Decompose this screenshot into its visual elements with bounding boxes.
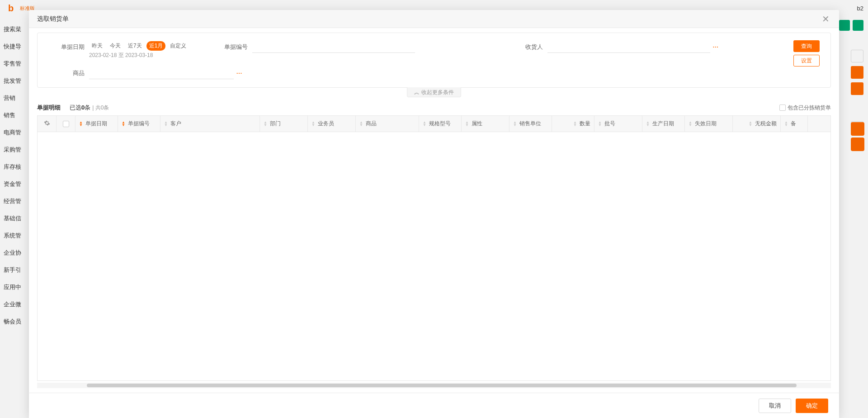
bill-date-group: 单据日期 昨天今天近7天近1月自定义 2023-02-18 至 2023-03-… [48, 41, 189, 59]
product-group: 商品 ··· [48, 67, 242, 79]
sort-icon[interactable]: ▲▼ [646, 121, 650, 127]
modal-header: 选取销货单 ✕ [29, 10, 839, 28]
sort-icon[interactable]: ▲▼ [311, 121, 315, 127]
collapse-toggle[interactable]: ︽收起更多条件 [407, 87, 461, 97]
modal-body: 单据日期 昨天今天近7天近1月自定义 2023-02-18 至 2023-03-… [29, 28, 839, 393]
modal-title: 选取销货单 [37, 15, 69, 23]
column-attr[interactable]: ▲▼属性 [462, 116, 509, 132]
confirm-button[interactable]: 确定 [796, 399, 828, 413]
column-label: 数量 [580, 120, 590, 128]
search-panel: 单据日期 昨天今天近7天近1月自定义 2023-02-18 至 2023-03-… [37, 33, 831, 88]
column-label: 业务员 [318, 120, 334, 128]
query-button[interactable]: 查询 [793, 40, 820, 52]
column-unit[interactable]: ▲▼销售单位 [509, 116, 552, 132]
column-dept[interactable]: ▲▼部门 [260, 116, 308, 132]
column-check[interactable] [57, 116, 75, 132]
checkbox-icon [779, 104, 786, 111]
column-label: 备 [791, 120, 796, 128]
column-label: 销售单位 [519, 120, 541, 128]
gear-icon[interactable] [44, 120, 50, 128]
sort-icon[interactable]: ▲▼ [79, 121, 83, 127]
sort-icon[interactable]: ▲▼ [423, 121, 426, 127]
column-mfg[interactable]: ▲▼生产日期 [642, 116, 685, 132]
column-exp[interactable]: ▲▼失效日期 [685, 116, 733, 132]
column-product[interactable]: ▲▼商品 [356, 116, 419, 132]
sort-icon[interactable]: ▲▼ [164, 121, 168, 127]
selected-count: 已选0条 [70, 104, 90, 112]
column-spec[interactable]: ▲▼规格型号 [419, 116, 462, 132]
column-label: 批号 [604, 120, 615, 128]
column-label: 失效日期 [695, 120, 717, 128]
sort-icon[interactable]: ▲▼ [784, 121, 788, 127]
select-sales-order-modal: 选取销货单 ✕ 单据日期 昨天今天近7天近1月自定义 2023-02-18 至 … [29, 10, 839, 418]
column-remark[interactable]: ▲▼备 [781, 116, 808, 132]
column-label: 客户 [170, 120, 181, 128]
total-count: | 共0条 [92, 104, 109, 112]
sort-icon[interactable]: ▲▼ [689, 121, 692, 127]
sort-icon[interactable]: ▲▼ [122, 121, 125, 127]
date-option-0[interactable]: 昨天 [89, 41, 105, 51]
column-qty[interactable]: ▲▼数量 [552, 116, 594, 132]
bill-date-label: 单据日期 [48, 41, 89, 53]
modal-footer: 取消 确定 [29, 393, 839, 418]
column-label: 属性 [472, 120, 482, 128]
date-option-4[interactable]: 自定义 [167, 41, 189, 51]
sort-icon[interactable]: ▲▼ [359, 121, 363, 127]
bill-no-input[interactable] [252, 41, 415, 53]
column-customer[interactable]: ▲▼客户 [160, 116, 260, 132]
date-range-display: 2023-02-18 至 2023-03-18 [89, 52, 189, 59]
column-settings[interactable] [38, 116, 57, 132]
sort-icon[interactable]: ▲▼ [465, 121, 469, 127]
receiver-label: 收货人 [507, 41, 547, 53]
select-all-checkbox[interactable] [63, 121, 69, 127]
column-billdate[interactable]: ▲▼单据日期 [75, 116, 118, 132]
date-option-3[interactable]: 近1月 [146, 41, 166, 51]
table-body [38, 132, 831, 380]
table-header: ▲▼单据日期▲▼单据编号▲▼客户▲▼部门▲▼业务员▲▼商品▲▼规格型号▲▼属性▲… [38, 116, 831, 132]
include-sorted-label: 包含已分拣销货单 [788, 104, 831, 112]
date-quick-options: 昨天今天近7天近1月自定义 [89, 41, 189, 51]
chevron-up-icon: ︽ [414, 89, 420, 95]
column-sales[interactable]: ▲▼业务员 [308, 116, 356, 132]
column-label: 部门 [270, 120, 281, 128]
settings-button[interactable]: 设置 [793, 55, 820, 66]
info-row: 单据明细 已选0条 | 共0条 包含已分拣销货单 [37, 104, 831, 112]
column-amount[interactable]: ▲▼无税金额 [733, 116, 781, 132]
bill-no-group: 单据编号 [212, 41, 484, 53]
column-label: 生产日期 [652, 120, 674, 128]
date-option-1[interactable]: 今天 [107, 41, 123, 51]
receiver-input[interactable] [547, 41, 710, 53]
receiver-group: 收货人 ··· [507, 41, 779, 53]
sort-icon[interactable]: ▲▼ [749, 121, 752, 127]
date-option-2[interactable]: 近7天 [125, 41, 145, 51]
column-batch[interactable]: ▲▼批号 [594, 116, 642, 132]
receiver-more-icon[interactable]: ··· [713, 44, 719, 50]
close-icon[interactable]: ✕ [820, 14, 831, 24]
column-billno[interactable]: ▲▼单据编号 [118, 116, 160, 132]
sort-icon[interactable]: ▲▼ [598, 121, 602, 127]
cancel-button[interactable]: 取消 [759, 399, 791, 413]
column-label: 单据编号 [128, 120, 150, 128]
bill-no-label: 单据编号 [212, 41, 252, 53]
scrollbar-thumb[interactable] [87, 384, 797, 387]
collapse-label: 收起更多条件 [421, 89, 454, 95]
column-label: 商品 [366, 120, 377, 128]
product-more-icon[interactable]: ··· [236, 70, 242, 76]
include-sorted-checkbox[interactable]: 包含已分拣销货单 [779, 104, 831, 112]
sort-icon[interactable]: ▲▼ [264, 121, 267, 127]
column-label: 单据日期 [85, 120, 107, 128]
table-wrap: ▲▼单据日期▲▼单据编号▲▼客户▲▼部门▲▼业务员▲▼商品▲▼规格型号▲▼属性▲… [37, 115, 831, 381]
column-label: 无税金额 [755, 120, 777, 128]
search-actions: 查询 设置 [793, 40, 820, 66]
product-label: 商品 [48, 67, 89, 79]
column-label: 规格型号 [429, 120, 451, 128]
tab-bill-detail[interactable]: 单据明细 [37, 104, 61, 112]
product-input[interactable] [89, 67, 234, 79]
sort-icon[interactable]: ▲▼ [573, 121, 577, 127]
horizontal-scrollbar[interactable] [37, 383, 831, 388]
sort-icon[interactable]: ▲▼ [513, 121, 517, 127]
